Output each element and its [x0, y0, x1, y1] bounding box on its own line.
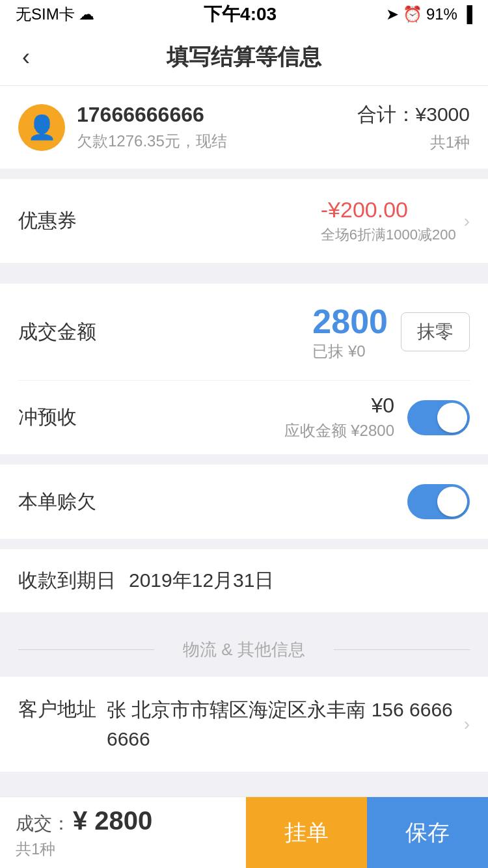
total-count: 共1种 — [357, 132, 470, 153]
address-label: 客户地址 — [18, 695, 96, 723]
amount-right: 2800 已抹 ¥0 抹零 — [312, 302, 470, 362]
amount-value-block: 2800 已抹 ¥0 — [312, 302, 388, 362]
section-divider-3 — [0, 539, 488, 549]
hang-button[interactable]: 挂单 — [246, 797, 367, 869]
battery-text: 91% — [426, 5, 457, 23]
address-chevron-icon: › — [464, 714, 470, 735]
chong-amount: ¥0 — [284, 394, 394, 418]
coupon-row[interactable]: 优惠券 -¥200.00 全场6折满1000减200 › — [0, 179, 488, 263]
avatar: 👤 — [18, 104, 65, 151]
status-bar: 无SIM卡 ☁ 下午4:03 ➤ ⏰ 91% ▐ — [0, 0, 488, 29]
status-time: 下午4:03 — [204, 2, 277, 27]
coupon-desc: 全场6折满1000减200 — [321, 225, 456, 245]
due-section: 收款到期日 2019年12月31日 — [0, 549, 488, 612]
status-left: 无SIM卡 ☁ — [16, 4, 94, 25]
battery-icon: ▐ — [461, 5, 472, 23]
customer-phone: 17666666666 — [77, 103, 227, 127]
coupon-right: -¥200.00 全场6折满1000减200 › — [321, 197, 470, 245]
logistics-line-left — [18, 649, 154, 650]
section-divider-1 — [0, 273, 488, 284]
logistics-divider: 物流 & 其他信息 — [0, 623, 488, 677]
section-divider-2 — [0, 454, 488, 465]
logistics-line-right — [334, 649, 470, 650]
amount-label: 成交金额 — [18, 319, 96, 346]
debt-toggle[interactable] — [407, 484, 470, 519]
total-amount: ¥3000 — [416, 103, 470, 125]
chong-row: 冲预收 ¥0 应收金额 ¥2800 — [18, 381, 470, 454]
amount-value: 2800 — [312, 302, 388, 341]
back-button[interactable]: ‹ — [16, 37, 36, 77]
bottom-count: 共1种 — [16, 839, 230, 860]
chong-toggle[interactable] — [407, 400, 470, 435]
amount-section: 成交金额 2800 已抹 ¥0 抹零 冲预收 ¥0 应收金额 ¥2800 — [0, 284, 488, 454]
chong-amount-block: ¥0 应收金额 ¥2800 — [284, 394, 394, 441]
coupon-chevron-icon: › — [464, 211, 470, 232]
coupon-info: -¥200.00 全场6折满1000减200 — [321, 197, 456, 245]
customer-info: 17666666666 欠款1276.35元，现结 — [77, 103, 227, 152]
total-label: 合计： — [357, 103, 416, 125]
customer-sub: 欠款1276.35元，现结 — [77, 131, 227, 152]
customer-total: 合计：¥3000 共1种 — [357, 102, 470, 153]
address-value: 张 北京市市辖区海淀区永丰南 156 6666 6666 — [107, 695, 454, 753]
debt-label: 本单赊欠 — [18, 489, 96, 515]
section-divider-4 — [0, 612, 488, 623]
total-value: 合计：¥3000 — [357, 102, 470, 128]
erase-button[interactable]: 抹零 — [401, 312, 470, 351]
due-label: 收款到期日 — [18, 567, 116, 594]
due-value: 2019年12月31日 — [129, 567, 274, 594]
alarm-icon: ⏰ — [403, 5, 422, 23]
page-title: 填写结算等信息 — [167, 42, 321, 72]
chong-right: ¥0 应收金额 ¥2800 — [284, 394, 470, 441]
debt-section: 本单赊欠 — [0, 465, 488, 539]
coupon-label: 优惠券 — [18, 208, 77, 234]
chong-label: 冲预收 — [18, 404, 77, 431]
status-right: ➤ ⏰ 91% ▐ — [386, 5, 472, 23]
logistics-text: 物流 & 其他信息 — [183, 638, 305, 661]
customer-card: 👤 17666666666 欠款1276.35元，现结 合计：¥3000 共1种 — [0, 86, 488, 169]
bottom-deal-line: 成交： ¥ 2800 — [16, 806, 230, 836]
amount-row: 成交金额 2800 已抹 ¥0 抹零 — [18, 284, 470, 381]
nav-bar: ‹ 填写结算等信息 — [0, 29, 488, 86]
bottom-summary: 成交： ¥ 2800 共1种 — [0, 806, 246, 860]
customer-left: 👤 17666666666 欠款1276.35元，现结 — [18, 103, 227, 152]
bottom-deal-label: 成交： — [16, 811, 70, 836]
already-erased: 已抹 ¥0 — [312, 341, 388, 362]
address-row: 客户地址 张 北京市市辖区海淀区永丰南 156 6666 6666 › — [18, 695, 470, 753]
due-row: 收款到期日 2019年12月31日 — [18, 567, 470, 594]
address-section[interactable]: 客户地址 张 北京市市辖区海淀区永丰南 156 6666 6666 › — [0, 677, 488, 772]
debt-row: 本单赊欠 — [18, 465, 470, 539]
coupon-discount: -¥200.00 — [321, 197, 456, 223]
bottom-bar: 成交： ¥ 2800 共1种 挂单 保存 — [0, 796, 488, 868]
bottom-deal-amount: ¥ 2800 — [73, 806, 152, 835]
no-sim-text: 无SIM卡 ☁ — [16, 4, 94, 25]
save-button[interactable]: 保存 — [367, 797, 488, 869]
location-icon: ➤ — [386, 5, 399, 23]
chong-sub: 应收金额 ¥2800 — [284, 420, 394, 441]
content: 👤 17666666666 欠款1276.35元，现结 合计：¥3000 共1种… — [0, 86, 488, 868]
